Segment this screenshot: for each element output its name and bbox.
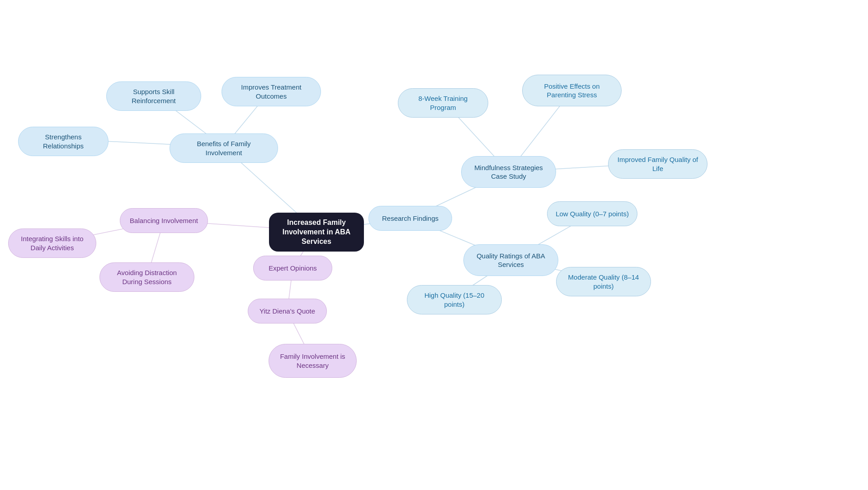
node-label-research: Research Findings — [382, 214, 439, 223]
node-label-integrating: Integrating Skills into Daily Activities — [17, 234, 88, 252]
node-supports_skill: Supports Skill Reinforcement — [106, 81, 201, 111]
node-label-family_necessary: Family Involvement is Necessary — [277, 352, 348, 370]
node-label-benefits: Benefits of Family Involvement — [178, 139, 269, 157]
node-moderate_quality: Moderate Quality (8–14 points) — [556, 267, 651, 296]
node-mindfulness: Mindfulness Strategies Case Study — [461, 156, 556, 188]
node-improved_family: Improved Family Quality of Life — [608, 149, 708, 179]
node-eight_week: 8-Week Training Program — [398, 88, 488, 118]
node-benefits: Benefits of Family Involvement — [170, 133, 278, 163]
node-label-center: Increased Family Involvement in ABA Serv… — [277, 218, 356, 246]
node-label-avoiding: Avoiding Distraction During Sessions — [108, 268, 186, 286]
node-label-moderate_quality: Moderate Quality (8–14 points) — [565, 273, 642, 290]
node-label-low_quality: Low Quality (0–7 points) — [556, 209, 629, 219]
node-label-high_quality: High Quality (15–20 points) — [415, 291, 493, 309]
node-center: Increased Family Involvement in ABA Serv… — [269, 213, 364, 252]
node-label-improved_family: Improved Family Quality of Life — [617, 155, 699, 173]
node-integrating: Integrating Skills into Daily Activities — [8, 228, 96, 258]
node-label-positive_effects: Positive Effects on Parenting Stress — [531, 82, 613, 100]
node-label-balancing: Balancing Involvement — [130, 216, 198, 225]
node-label-yitz: Yitz Diena's Quote — [259, 307, 315, 316]
node-family_necessary: Family Involvement is Necessary — [269, 344, 357, 378]
node-label-strengthens: Strengthens Relationships — [27, 133, 100, 150]
node-label-quality_ratings: Quality Ratings of ABA Services — [472, 252, 550, 269]
node-balancing: Balancing Involvement — [120, 208, 208, 233]
node-label-improves_treatment: Improves Treatment Outcomes — [230, 83, 312, 100]
node-label-supports_skill: Supports Skill Reinforcement — [115, 87, 193, 105]
node-avoiding: Avoiding Distraction During Sessions — [99, 262, 194, 292]
node-label-expert: Expert Opinions — [269, 264, 317, 273]
node-quality_ratings: Quality Ratings of ABA Services — [463, 244, 558, 276]
connections-svg — [0, 0, 868, 490]
node-high_quality: High Quality (15–20 points) — [407, 285, 502, 314]
node-label-eight_week: 8-Week Training Program — [406, 94, 480, 112]
node-positive_effects: Positive Effects on Parenting Stress — [522, 75, 622, 106]
node-yitz: Yitz Diena's Quote — [248, 299, 327, 323]
node-label-mindfulness: Mindfulness Strategies Case Study — [470, 163, 547, 181]
node-expert: Expert Opinions — [253, 256, 332, 281]
node-research: Research Findings — [368, 206, 452, 231]
node-strengthens: Strengthens Relationships — [18, 127, 108, 156]
node-improves_treatment: Improves Treatment Outcomes — [222, 77, 321, 106]
node-low_quality: Low Quality (0–7 points) — [547, 201, 637, 226]
mindmap-container: Increased Family Involvement in ABA Serv… — [0, 0, 868, 490]
